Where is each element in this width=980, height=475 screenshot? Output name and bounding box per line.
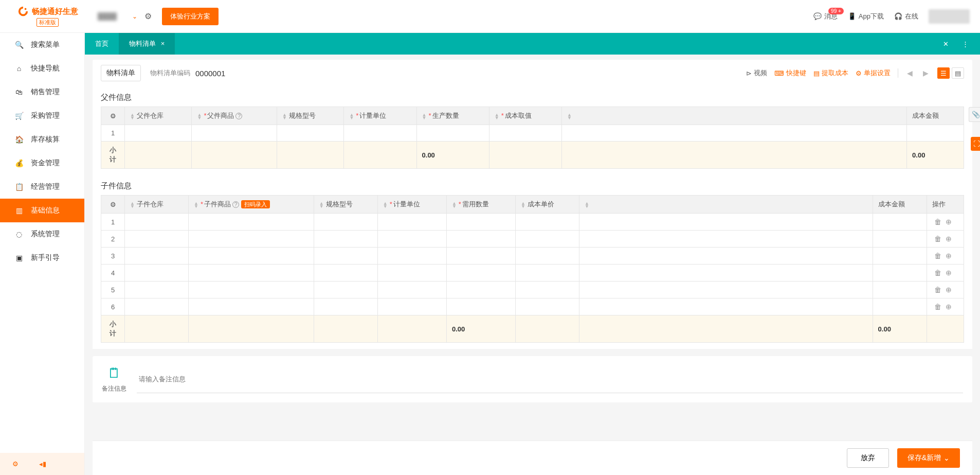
org-selector[interactable]: ████ ⌄ [98,12,137,20]
money-icon: 💰 [14,159,24,168]
tab-close-icon[interactable]: × [161,40,165,47]
view-list-button[interactable]: ☰ [937,67,950,79]
warehouse-icon: 🏠 [14,135,24,144]
th-parent-empty[interactable]: ▲▼ [561,107,906,125]
sidebar-item-basedata[interactable]: ▥基础信息 [0,199,84,222]
delete-row-icon[interactable]: 🗑 [934,303,941,311]
add-row-icon[interactable]: ⊕ [946,286,952,294]
brand-logo-icon [17,6,29,17]
th-child-qty[interactable]: ▲▼*需用数量 [446,196,515,214]
bag-icon: 🛒 [14,111,24,120]
video-link[interactable]: ⊳视频 [746,68,767,78]
separator [898,68,898,78]
svg-point-0 [24,8,26,10]
code-value: 0000001 [195,69,225,78]
th-parent-cost-amt[interactable]: 成本金额 [907,107,964,125]
th-child-unit[interactable]: ▲▼*计量单位 [377,196,446,214]
discard-button[interactable]: 放弃 [847,448,889,468]
gear-icon[interactable]: ⚙ [110,201,116,208]
child-subtotal-row: 小计0.000.00 [101,315,964,343]
scan-entry-badge[interactable]: 扫码录入 [241,200,270,208]
attachment-button[interactable]: 📎 [969,107,980,122]
save-new-button[interactable]: 保存&新增 ⌄ [897,448,960,468]
sidebar-item-finance[interactable]: 💰资金管理 [0,151,84,175]
tab-bom[interactable]: 物料清单 × [119,33,175,55]
chevron-down-icon: ⌄ [132,13,137,20]
th-parent-spec[interactable]: ▲▼规格型号 [277,107,343,125]
gear-icon[interactable]: ⚙ [144,11,152,21]
page-tab-bom[interactable]: 物料清单 [101,65,141,81]
child-row[interactable]: 4🗑⊕ [101,265,964,282]
sidebar-item-inventory[interactable]: 🏠库存核算 [0,128,84,151]
th-parent-warehouse[interactable]: ▲▼父件仓库 [125,107,192,125]
th-child-cost-amt[interactable]: 成本金额 [873,196,927,214]
sidebar-item-purchase[interactable]: 🛒采购管理 [0,104,84,128]
tab-home[interactable]: 首页 [85,33,119,55]
extract-cost-link[interactable]: ▤提取成本 [813,68,848,78]
settings-icon[interactable]: ⚙ [12,460,19,468]
main-area: 首页 物料清单 × ✕ ⋮ 物料清单 物料清单编码 0000001 ⊳视频 ⌨快… [85,33,980,475]
parent-subtotal-row: 小计 0.00 0.00 [101,142,964,169]
th-child-warehouse[interactable]: ▲▼子件仓库 [125,196,189,214]
hotkey-link[interactable]: ⌨快捷键 [774,68,806,78]
th-child-product[interactable]: ▲▼*子件商品?扫码录入 [188,196,314,214]
view-card-button[interactable]: ▤ [952,67,964,79]
child-row[interactable]: 2🗑⊕ [101,231,964,248]
add-row-icon[interactable]: ⊕ [946,269,952,277]
delete-row-icon[interactable]: 🗑 [934,286,941,294]
add-row-icon[interactable]: ⊕ [946,303,952,311]
home-icon: ⌂ [14,64,24,73]
code-label: 物料清单编码 [150,68,190,78]
settings-icon: ⚙ [856,69,862,77]
app-download-button[interactable]: 📱 App下载 [848,12,884,21]
more-tabs-button[interactable]: ⋮ [958,37,972,51]
close-all-tabs-button[interactable]: ✕ [938,37,953,51]
child-row[interactable]: 5🗑⊕ [101,282,964,298]
footer: 放弃 保存&新增 ⌄ [93,441,972,475]
sidebar-item-operation[interactable]: 📋经营管理 [0,175,84,199]
th-child-spec[interactable]: ▲▼规格型号 [314,196,377,214]
delete-row-icon[interactable]: 🗑 [934,252,941,260]
add-row-icon[interactable]: ⊕ [946,252,952,260]
child-row[interactable]: 6🗑⊕ [101,298,964,315]
parent-section-title: 父件信息 [93,86,972,107]
add-row-icon[interactable]: ⊕ [946,218,952,226]
remark-input[interactable] [137,365,963,393]
th-parent-qty[interactable]: ▲▼*生产数量 [416,107,489,125]
th-child-empty[interactable]: ▲▼ [579,196,873,214]
next-doc-button[interactable]: ▶ [921,69,930,77]
child-section-title: 子件信息 [93,175,972,195]
th-child-unit-cost[interactable]: ▲▼成本单价 [516,196,579,214]
delete-row-icon[interactable]: 🗑 [934,235,941,243]
tabbar: 首页 物料清单 × ✕ ⋮ [85,33,980,55]
doc-settings-link[interactable]: ⚙单据设置 [856,68,891,78]
th-parent-cost-src[interactable]: ▲▼*成本取值 [489,107,561,125]
online-support-button[interactable]: 🎧 在线 [894,12,918,21]
page-head: 物料清单 物料清单编码 0000001 ⊳视频 ⌨快捷键 ▤提取成本 ⚙单据设置… [93,60,972,86]
try-industry-button[interactable]: 体验行业方案 [162,8,219,25]
sidebar-item-sales[interactable]: 🛍销售管理 [0,80,84,104]
help-icon[interactable]: ? [235,113,242,119]
data-icon: ▥ [14,206,24,215]
prev-doc-button[interactable]: ◀ [905,69,914,77]
gear-icon[interactable]: ⚙ [110,112,116,120]
sidebar-item-system[interactable]: ◌系统管理 [0,222,84,246]
expand-button[interactable]: ⛶ [971,137,980,151]
parent-row[interactable]: 1 [101,125,964,142]
child-row[interactable]: 1🗑⊕ [101,214,964,231]
sidebar-item-quicknav[interactable]: ⌂快捷导航 [0,57,84,80]
delete-row-icon[interactable]: 🗑 [934,218,941,226]
child-row[interactable]: 3🗑⊕ [101,248,964,265]
th-parent-product[interactable]: ▲▼*父件商品? [192,107,277,125]
delete-row-icon[interactable]: 🗑 [934,269,941,277]
th-parent-unit[interactable]: ▲▼*计量单位 [344,107,416,125]
sidebar-item-search[interactable]: 🔍搜索菜单 [0,33,84,57]
add-row-icon[interactable]: ⊕ [946,235,952,243]
help-icon[interactable]: ? [232,201,239,208]
sidebar-item-guide[interactable]: ▣新手引导 [0,246,84,270]
gear-icon: ◌ [14,230,24,239]
user-info-blurred[interactable] [929,9,970,24]
messages-button[interactable]: 💬 消息 99 + [813,12,838,21]
view-toggle: ☰ ▤ [937,67,964,79]
collapse-icon[interactable]: ◂▮ [39,460,46,468]
